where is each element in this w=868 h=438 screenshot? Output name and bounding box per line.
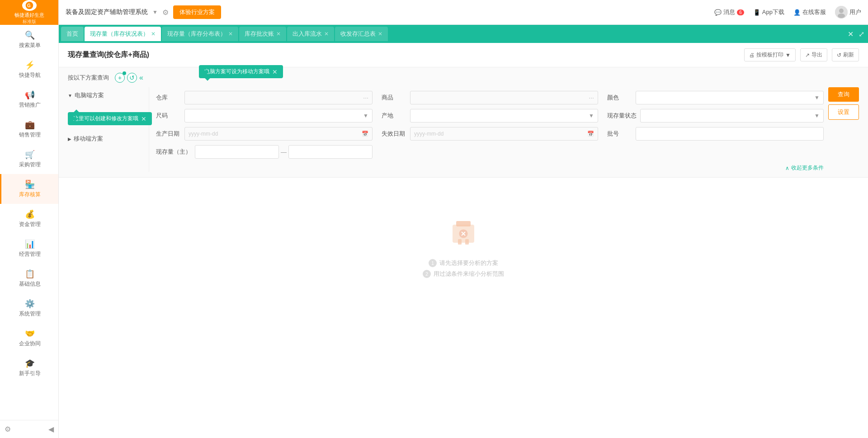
tab-inventory-status-label: 现存量（库存状况表） <box>90 30 149 38</box>
scheme-panel: ▼ 电脑端方案 这里可以创建和修改方案哦 ✕ ▶ 移 <box>68 87 149 172</box>
desktop-scheme-header[interactable]: ▼ 电脑端方案 <box>68 89 142 101</box>
sidebar-item-purchase-label: 采购管理 <box>19 161 41 169</box>
sidebar-item-search-label: 搜索菜单 <box>19 42 41 49</box>
production-calendar-icon[interactable]: 📅 <box>362 131 368 137</box>
tab-inventory-dist-close[interactable]: ✕ <box>228 31 233 37</box>
tab-flow-close[interactable]: ✕ <box>324 31 329 37</box>
add-scheme-button[interactable]: + <box>115 73 125 83</box>
stock-qty-max-input[interactable] <box>288 145 373 159</box>
svg-rect-10 <box>458 239 462 245</box>
tab-summary-close[interactable]: ✕ <box>378 31 382 37</box>
tooltip-create-scheme: 这里可以创建和修改方案哦 ✕ <box>68 112 152 125</box>
export-button[interactable]: ↗ 导出 <box>800 48 827 61</box>
sidebar-item-system[interactable]: ⚙️ 系统管理 <box>0 293 58 323</box>
sidebar-item-enterprise[interactable]: 🤝 企业协同 <box>0 323 58 353</box>
tooltip1-close[interactable]: ✕ <box>272 68 278 75</box>
tooltip1-text: 电脑方案可设为移动方案哦 <box>204 68 269 75</box>
page-title: 现存量查询(按仓库+商品) <box>68 50 149 60</box>
sidebar-item-guide-label: 新手引导 <box>19 370 41 377</box>
refresh-scheme-icon: ↺ <box>129 74 135 81</box>
tab-home[interactable]: 首页 <box>61 27 84 41</box>
refresh-scheme-button[interactable]: ↺ <box>127 73 137 83</box>
expiry-calendar-icon[interactable]: 📅 <box>587 131 594 137</box>
sidebar-item-purchase[interactable]: 🛒 采购管理 <box>0 144 58 174</box>
expiry-date-field: 失效日期 yyyy-mm-dd 📅 <box>382 127 598 141</box>
sidebar-item-system-label: 系统管理 <box>19 310 41 318</box>
mobile-arrow-icon: ▶ <box>68 137 71 141</box>
sidebar-item-sales[interactable]: 💼 销售管理 <box>0 114 58 144</box>
sidebar-item-inventory[interactable]: 🏪 库存核算 <box>0 174 58 204</box>
stock-qty-min-input[interactable] <box>195 145 279 159</box>
tab-batch-ledger-close[interactable]: ✕ <box>276 31 281 37</box>
expiry-date-input[interactable]: yyyy-mm-dd 📅 <box>410 127 598 141</box>
tab-batch-ledger[interactable]: 库存批次账 ✕ <box>239 27 286 41</box>
size-label: 尺码 <box>156 112 181 120</box>
tooltip2-close[interactable]: ✕ <box>141 115 146 122</box>
stock-status-select[interactable]: ▼ <box>640 109 824 122</box>
quicknav-icon: ⚡ <box>25 60 35 70</box>
tab-inventory-status-close[interactable]: ✕ <box>151 31 156 37</box>
system-icon: ⚙️ <box>25 299 35 309</box>
industry-solution-button[interactable]: 体验行业方案 <box>173 5 221 19</box>
sidebar-bottom: ⚙ ◀ <box>0 420 58 438</box>
origin-field: 产地 ▼ <box>382 109 598 122</box>
sidebar-item-enterprise-label: 企业协同 <box>19 340 41 348</box>
size-field: 尺码 ▼ <box>156 109 373 122</box>
system-dropdown-icon[interactable]: ▼ <box>152 9 158 15</box>
filter-label: 按以下方案查询 <box>68 74 109 82</box>
tab-inventory-dist[interactable]: 现存量（库存分布表） ✕ <box>162 27 238 41</box>
tab-summary[interactable]: 收发存汇总表 ✕ <box>335 27 388 41</box>
prev-scheme-arrow[interactable]: « <box>139 74 143 82</box>
print-icon: 🖨 <box>749 52 755 58</box>
color-select[interactable]: ▼ <box>636 91 824 104</box>
sidebar-item-basicinfo[interactable]: 📋 基础信息 <box>0 264 58 293</box>
goods-input[interactable]: ··· <box>410 91 598 104</box>
online-service-nav-item[interactable]: 👤 在线客服 <box>793 8 826 16</box>
sidebar-item-search[interactable]: 🔍 搜索菜单 <box>0 25 58 55</box>
sidebar-logo: G 畅捷通好生意 标准版 <box>0 0 58 25</box>
print-button[interactable]: 🖨 按模板打印 ▼ <box>744 48 796 61</box>
warehouse-label: 仓库 <box>156 94 181 102</box>
sidebar-item-guide[interactable]: 🎓 新手引导 <box>0 353 58 383</box>
sidebar-item-marketing[interactable]: 📢 营销推广 <box>0 85 58 114</box>
mobile-scheme-header[interactable]: ▶ 移动端方案 <box>68 133 142 145</box>
settings-bottom-icon[interactable]: ⚙ <box>5 425 11 433</box>
collapse-filter-button[interactable]: ∧ 收起更多条件 <box>785 164 824 172</box>
phone-icon: 📱 <box>753 9 760 16</box>
export-icon: ↗ <box>805 52 810 58</box>
reset-button[interactable]: 设置 <box>828 104 859 120</box>
sidebar-item-operations-label: 经营管理 <box>19 250 41 258</box>
search-button[interactable]: 查询 <box>828 87 859 102</box>
message-nav-item[interactable]: 💬 消息 6 <box>714 8 744 16</box>
settings-icon[interactable]: ⚙ <box>162 8 169 17</box>
svg-rect-11 <box>465 239 469 245</box>
sidebar-item-finance[interactable]: 💰 资金管理 <box>0 204 58 234</box>
production-date-placeholder: yyyy-mm-dd <box>189 131 218 137</box>
enterprise-icon: 🤝 <box>25 329 35 339</box>
user-nav-item[interactable]: 用户 <box>835 6 861 19</box>
tab-flow[interactable]: 出入库流水 ✕ <box>287 27 334 41</box>
svg-point-4 <box>838 14 845 18</box>
batch-input[interactable] <box>636 127 824 141</box>
warehouse-input[interactable]: ··· <box>184 91 373 104</box>
expiry-date-label: 失效日期 <box>382 130 406 138</box>
svg-point-3 <box>839 9 844 13</box>
collapse-sidebar-icon[interactable]: ◀ <box>48 425 54 433</box>
refresh-button[interactable]: ↺ 刷新 <box>832 48 859 61</box>
sidebar-item-quicknav[interactable]: ⚡ 快捷导航 <box>0 55 58 85</box>
goods-dots-icon[interactable]: ··· <box>589 94 594 101</box>
sidebar-item-operations[interactable]: 📊 经营管理 <box>0 234 58 264</box>
tab-close-all-icon[interactable]: ✕ <box>846 28 855 40</box>
tab-inventory-status[interactable]: 现存量（库存状况表） ✕ <box>85 27 161 41</box>
empty-illustration <box>445 214 481 250</box>
warehouse-dots-icon[interactable]: ··· <box>363 94 368 101</box>
tab-maximize-icon[interactable]: ⤢ <box>857 28 866 40</box>
tab-summary-label: 收发存汇总表 <box>340 30 376 38</box>
production-date-input[interactable]: yyyy-mm-dd 📅 <box>184 127 373 141</box>
origin-select[interactable]: ▼ <box>410 109 598 122</box>
tip2-text: 用过滤条件来缩小分析范围 <box>434 270 504 278</box>
filter-main-panel: 仓库 ··· 商品 ··· <box>149 87 824 172</box>
online-service-label: 在线客服 <box>802 8 826 16</box>
app-download-nav-item[interactable]: 📱 App下载 <box>753 8 784 16</box>
size-select[interactable]: ▼ <box>184 109 373 122</box>
